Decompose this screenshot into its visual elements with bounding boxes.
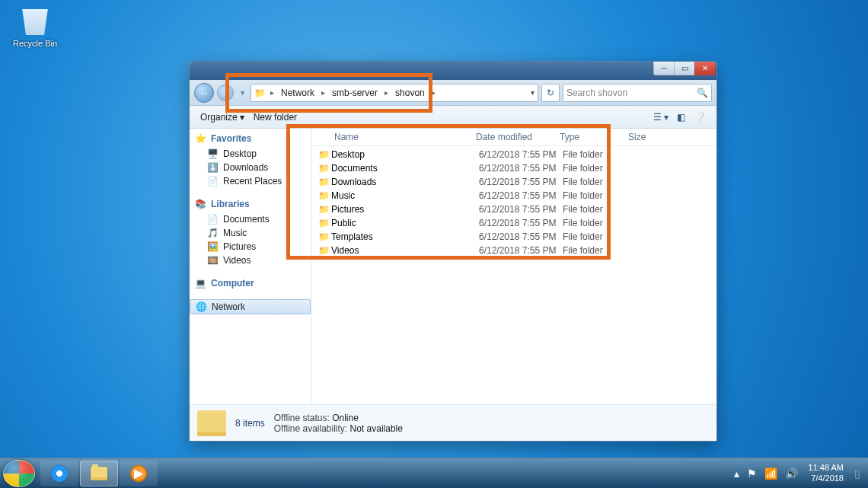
column-header-size[interactable]: Size — [628, 132, 712, 142]
chevron-right-icon: ▸ — [269, 88, 276, 97]
folder-icon: 📁 — [316, 204, 331, 215]
folder-icon: 📁 — [316, 190, 331, 201]
file-row[interactable]: 📁Pictures6/12/2018 7:55 PMFile folder — [316, 203, 712, 216]
window-titlebar[interactable]: ─ ▭ ✕ — [190, 62, 716, 80]
details-pane: 8 items Offline status: Online Offline a… — [190, 404, 716, 441]
show-desktop-button[interactable]: ▯ — [854, 467, 860, 480]
network-tray-icon[interactable]: 📶 — [764, 467, 777, 480]
minimize-button[interactable]: ─ — [653, 62, 675, 75]
sidebar-item-downloads[interactable]: ⬇️Downloads — [190, 161, 311, 174]
nav-back-button[interactable]: ← — [194, 83, 214, 103]
view-options-button[interactable]: ☰ ▾ — [651, 112, 671, 123]
sidebar-item-music[interactable]: 🎵Music — [190, 226, 311, 240]
help-button[interactable]: ❔ — [691, 112, 710, 123]
file-type: File folder — [563, 204, 631, 215]
sidebar-item-videos[interactable]: 🎞️Videos — [190, 254, 311, 267]
organize-menu[interactable]: Organize ▾ — [196, 109, 249, 126]
file-type: File folder — [563, 231, 631, 242]
nav-forward-button[interactable]: → — [217, 85, 234, 101]
search-icon: 🔍 — [697, 88, 708, 98]
file-row[interactable]: 📁Public6/12/2018 7:55 PMFile folder — [316, 216, 712, 230]
videos-icon: 🎞️ — [206, 255, 219, 266]
tray-expand-icon[interactable]: ▴ — [734, 467, 739, 480]
clock-time: 11:48 AM — [809, 463, 844, 473]
breadcrumb-smb-server[interactable]: smb-server — [330, 86, 380, 100]
chevron-right-icon: ▸ — [430, 88, 437, 97]
folder-large-icon — [197, 410, 226, 436]
chevron-right-icon: ▸ — [383, 88, 390, 97]
recycle-bin-label: Recycle Bin — [11, 39, 59, 48]
taskbar-ie[interactable] — [40, 461, 78, 486]
taskbar-clock[interactable]: 11:48 AM 7/4/2018 — [806, 461, 847, 484]
nav-history-dropdown[interactable]: ▾ — [237, 88, 247, 97]
sidebar-libraries-label: Libraries — [211, 199, 250, 209]
sidebar-item-documents[interactable]: 📄Documents — [190, 212, 311, 226]
sidebar-computer-label: Computer — [211, 278, 254, 289]
sidebar: ⭐ Favorites 🖥️Desktop ⬇️Downloads 📄Recen… — [190, 129, 311, 404]
sidebar-network[interactable]: 🌐 Network — [190, 299, 311, 314]
file-date: 6/12/2018 7:55 PM — [479, 204, 563, 215]
file-name: Videos — [331, 245, 479, 256]
sidebar-item-desktop[interactable]: 🖥️Desktop — [190, 147, 311, 161]
refresh-button[interactable]: ↻ — [541, 84, 560, 102]
close-button[interactable]: ✕ — [694, 62, 716, 75]
new-folder-button[interactable]: New folder — [249, 109, 302, 126]
file-name: Pictures — [331, 204, 479, 215]
taskbar-media-player[interactable]: ▶ — [120, 461, 158, 486]
address-bar[interactable]: 📁 ▸ Network ▸ smb-server ▸ shovon ▸ ▾ — [251, 84, 538, 102]
offline-avail-label: Offline availability: — [274, 423, 348, 434]
file-name: Public — [331, 218, 479, 228]
file-name: Documents — [331, 163, 479, 174]
file-type: File folder — [563, 190, 631, 201]
file-row[interactable]: 📁Desktop6/12/2018 7:55 PMFile folder — [316, 148, 712, 161]
file-name: Desktop — [331, 149, 479, 160]
media-player-icon: ▶ — [130, 465, 147, 482]
chevron-down-icon: ▾ — [240, 112, 244, 123]
libraries-icon: 📚 — [194, 199, 206, 209]
sidebar-favorites-header[interactable]: ⭐ Favorites — [190, 130, 311, 147]
search-input[interactable]: Search shovon 🔍 — [563, 84, 712, 102]
file-type: File folder — [563, 163, 631, 174]
desktop-recycle-bin[interactable]: Recycle Bin — [11, 6, 59, 48]
volume-icon[interactable]: 🔊 — [785, 467, 798, 480]
sidebar-item-recent-places[interactable]: 📄Recent Places — [190, 174, 311, 188]
folder-icon: 📁 — [316, 163, 331, 174]
location-folder-icon: 📁 — [254, 88, 266, 98]
desktop-icon: 🖥️ — [206, 148, 219, 159]
file-date: 6/12/2018 7:55 PM — [479, 177, 563, 187]
preview-pane-button[interactable]: ◧ — [671, 112, 691, 123]
offline-status-value: Online — [332, 413, 359, 423]
toolbar: Organize ▾ New folder ☰ ▾ ◧ ❔ — [190, 106, 716, 129]
file-row[interactable]: 📁Downloads6/12/2018 7:55 PMFile folder — [316, 175, 712, 189]
column-header-date[interactable]: Date modified — [476, 132, 560, 142]
search-placeholder: Search shovon — [566, 88, 694, 98]
address-row: ← → ▾ 📁 ▸ Network ▸ smb-server ▸ shovon … — [190, 80, 716, 106]
file-row[interactable]: 📁Documents6/12/2018 7:55 PMFile folder — [316, 161, 712, 175]
start-button[interactable] — [3, 460, 35, 487]
file-date: 6/12/2018 7:55 PM — [479, 149, 563, 160]
column-header-type[interactable]: Type — [560, 132, 628, 142]
offline-status-label: Offline status: — [274, 413, 330, 423]
taskbar-explorer[interactable] — [80, 461, 118, 486]
breadcrumb-shovon[interactable]: shovon — [393, 86, 427, 100]
sidebar-libraries-header[interactable]: 📚 Libraries — [190, 196, 311, 212]
address-dropdown-icon[interactable]: ▾ — [531, 88, 535, 97]
file-name: Downloads — [331, 177, 479, 187]
sidebar-item-pictures[interactable]: 🖼️Pictures — [190, 240, 311, 254]
action-center-icon[interactable]: ⚑ — [747, 467, 757, 480]
taskbar: ▶ ▴ ⚑ 📶 🔊 11:48 AM 7/4/2018 ▯ — [0, 458, 868, 488]
system-tray: ▴ ⚑ 📶 🔊 11:48 AM 7/4/2018 ▯ — [729, 458, 865, 488]
file-row[interactable]: 📁Templates6/12/2018 7:55 PMFile folder — [316, 230, 712, 244]
file-date: 6/12/2018 7:55 PM — [479, 231, 563, 242]
sidebar-computer[interactable]: 💻 Computer — [190, 275, 311, 292]
file-row[interactable]: 📁Music6/12/2018 7:55 PMFile folder — [316, 189, 712, 203]
breadcrumb-network[interactable]: Network — [279, 86, 317, 100]
column-header-name[interactable]: Name — [316, 132, 476, 142]
file-date: 6/12/2018 7:55 PM — [479, 190, 563, 201]
sidebar-network-label: Network — [212, 301, 245, 312]
organize-label: Organize — [200, 112, 238, 123]
file-date: 6/12/2018 7:55 PM — [479, 245, 563, 256]
chevron-right-icon: ▸ — [320, 88, 327, 97]
maximize-button[interactable]: ▭ — [674, 62, 695, 75]
file-row[interactable]: 📁Videos6/12/2018 7:55 PMFile folder — [316, 244, 712, 257]
